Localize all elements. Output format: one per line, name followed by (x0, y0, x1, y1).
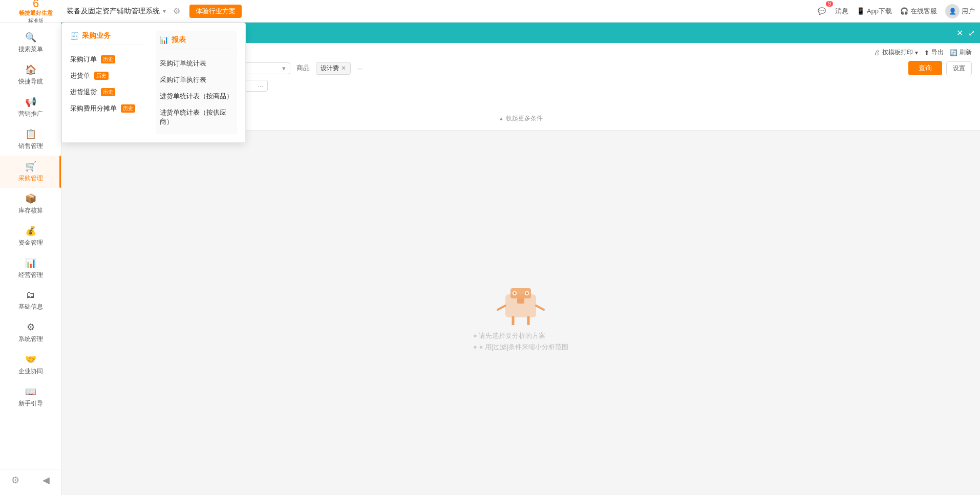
history-badge-2: 历史 (94, 72, 109, 80)
sidebar: 🔍 搜索菜单 🏠 快捷导航 📢 营销推广 📋 销售管理 🛒 采购管理 📦 库存核… (0, 23, 61, 495)
settings-bottom-icon[interactable]: ⚙ (11, 475, 19, 486)
message-icon: 💬 (818, 7, 826, 15)
system-icon: ⚙ (27, 321, 35, 333)
header-right: 💬 9 消息 📱 App下载 🎧 在线客服 👤 用户 (818, 4, 975, 18)
menu-label-inbound-stat-supplier: 进货单统计表（按供应商） (160, 108, 233, 126)
menu-item-purchase-order[interactable]: 采购订单 历史 (70, 51, 143, 68)
sidebar-item-guide[interactable]: 📖 新手引导 (0, 381, 61, 413)
svg-line-7 (498, 306, 505, 310)
message-btn[interactable]: 💬 9 消息 (818, 7, 848, 16)
sidebar-item-system[interactable]: ⚙ 系统管理 (0, 316, 61, 349)
guide-icon: 📖 (25, 386, 36, 397)
export-label: 导出 (931, 48, 944, 57)
doc-status-dropdown: ▾ (282, 64, 286, 72)
search-icon: 🔍 (25, 32, 36, 43)
basicinfo-icon: 🗂 (26, 290, 35, 300)
export-icon: ⬆ (924, 49, 929, 56)
menu-item-inbound[interactable]: 进货单 历史 (70, 68, 143, 84)
refresh-icon: 🔄 (950, 49, 957, 56)
collapse-sidebar-icon[interactable]: ◀ (42, 475, 50, 486)
finance-icon: 💰 (25, 225, 36, 236)
menu-label-purchase-order: 采购订单 (70, 55, 97, 64)
purchase-dropdown-menu: 🧾 采购业务 采购订单 历史 进货单 历史 进货退货 历史 采购费用分摊单 历史 (61, 23, 246, 143)
report-menu-title: 📊 报表 (160, 35, 233, 49)
export-btn[interactable]: ⬆ 导出 (924, 48, 944, 57)
sidebar-item-search[interactable]: 🔍 搜索菜单 (0, 27, 61, 59)
history-badge-4: 历史 (121, 104, 135, 113)
print-icon: 🖨 (874, 49, 880, 56)
empty-hints: 请先选择要分析的方案 ● 用[过滤]条件来缩小分析范围 (473, 331, 568, 352)
system-dropdown-icon[interactable]: ▾ (163, 8, 166, 15)
refresh-label: 刷新 (960, 48, 972, 57)
menu-label-inbound: 进货单 (70, 71, 90, 80)
menu-label-purchase-order-stat: 采购订单统计表 (160, 59, 206, 68)
empty-hint-2: ● 用[过滤]条件来缩小分析范围 (473, 342, 568, 352)
menu-item-purchase-cost[interactable]: 采购费用分摊单 历史 (70, 100, 143, 117)
sidebar-item-cooperation[interactable]: 🤝 企业协同 (0, 349, 61, 381)
sidebar-label-basicinfo: 基础信息 (18, 303, 43, 311)
sidebar-label-guide: 新手引导 (18, 399, 43, 408)
tab-fullscreen-icon[interactable]: ⤢ (968, 28, 975, 38)
print-btn[interactable]: 🖨 按模板打印 ▾ (874, 48, 918, 57)
user-btn[interactable]: 👤 用户 (945, 4, 975, 18)
user-label: 用户 (962, 7, 975, 16)
industry-btn[interactable]: 体验行业方案 (189, 5, 242, 18)
goods-tag-value: 设计费 (321, 64, 339, 73)
system-title-area: 装备及固定资产辅助管理系统 ▾ ⚙ 体验行业方案 (67, 5, 818, 18)
sidebar-item-operations[interactable]: 📊 经营管理 (0, 252, 61, 285)
sidebar-item-quicknav[interactable]: 🏠 快捷导航 (0, 59, 61, 91)
sidebar-item-sales[interactable]: 📋 销售管理 (0, 123, 61, 156)
main-layout: 🔍 搜索菜单 🏠 快捷导航 📢 营销推广 📋 销售管理 🛒 采购管理 📦 库存核… (0, 23, 980, 495)
sidebar-label-quicknav: 快捷导航 (18, 77, 43, 86)
marketing-icon: 📢 (25, 96, 36, 107)
refresh-btn[interactable]: 🔄 刷新 (950, 48, 972, 57)
menu-label-inbound-return: 进货退货 (70, 88, 97, 97)
logo-icon: 6 (33, 0, 39, 9)
system-gear-icon[interactable]: ⚙ (173, 6, 180, 16)
sales-icon: 📋 (25, 128, 36, 140)
sidebar-item-marketing[interactable]: 📢 营销推广 (0, 91, 61, 123)
sidebar-label-marketing: 营销推广 (18, 110, 43, 118)
query-btn[interactable]: 查询 (908, 61, 942, 75)
sidebar-item-basicinfo[interactable]: 🗂 基础信息 (0, 285, 61, 316)
menu-label-purchase-cost: 采购费用分摊单 (70, 104, 117, 113)
menu-item-inbound-return[interactable]: 进货退货 历史 (70, 84, 143, 100)
salesperson-dots: ··· (258, 82, 263, 90)
svg-rect-6 (517, 298, 524, 304)
sidebar-label-search: 搜索菜单 (18, 45, 43, 54)
menu-item-inbound-stat-supplier[interactable]: 进货单统计表（按供应商） (160, 104, 233, 130)
app-download-btn[interactable]: 📱 App下载 (857, 7, 892, 16)
tab-right-controls: ✕ ⤢ (956, 28, 980, 38)
collapse-label: 收起更多条件 (506, 114, 543, 123)
settings-btn[interactable]: 设置 (946, 61, 972, 75)
menu-item-purchase-order-stat[interactable]: 采购订单统计表 (160, 55, 233, 72)
menu-item-purchase-order-exec[interactable]: 采购订单执行表 (160, 72, 233, 88)
sidebar-label-purchase: 采购管理 (18, 174, 43, 183)
sidebar-item-purchase[interactable]: 🛒 采购管理 (0, 156, 61, 188)
purchase-menu-title-label: 采购业务 (82, 31, 111, 40)
goods-tag-close[interactable]: ✕ (341, 64, 346, 72)
empty-state: 请先选择要分析的方案 ● 用[过滤]条件来缩小分析范围 (61, 131, 980, 495)
menu-label-inbound-stat-goods: 进货单统计表（按商品） (160, 92, 233, 101)
history-badge-1: 历史 (101, 55, 115, 63)
logo-area: 6 畅捷通好生意 标准版 (5, 0, 67, 25)
goods-more-dots[interactable]: ··· (357, 64, 363, 72)
action-btns: 查询 设置 (908, 61, 972, 75)
phone-icon: 📱 (857, 7, 865, 15)
sidebar-item-finance[interactable]: 💰 资金管理 (0, 220, 61, 252)
purchase-menu-col: 🧾 采购业务 采购订单 历史 进货单 历史 进货退货 历史 采购费用分摊单 历史 (70, 31, 143, 134)
collapse-icon: ▲ (499, 116, 504, 121)
sidebar-label-operations: 经营管理 (18, 271, 43, 279)
operations-icon: 📊 (25, 257, 36, 269)
menu-label-purchase-order-exec: 采购订单执行表 (160, 75, 206, 84)
message-label: 消息 (835, 7, 848, 16)
sidebar-label-cooperation: 企业协同 (18, 367, 43, 376)
logo-title: 畅捷通好生意 (19, 9, 53, 17)
online-service-btn[interactable]: 🎧 在线客服 (900, 7, 937, 16)
sidebar-item-inventory[interactable]: 📦 库存核算 (0, 188, 61, 220)
tab-close-all-icon[interactable]: ✕ (956, 28, 963, 38)
menu-item-inbound-stat-goods[interactable]: 进货单统计表（按商品） (160, 88, 233, 104)
sidebar-label-sales: 销售管理 (18, 142, 43, 150)
system-title-text: 装备及固定资产辅助管理系统 (67, 7, 160, 16)
report-menu-title-label: 报表 (172, 35, 186, 45)
